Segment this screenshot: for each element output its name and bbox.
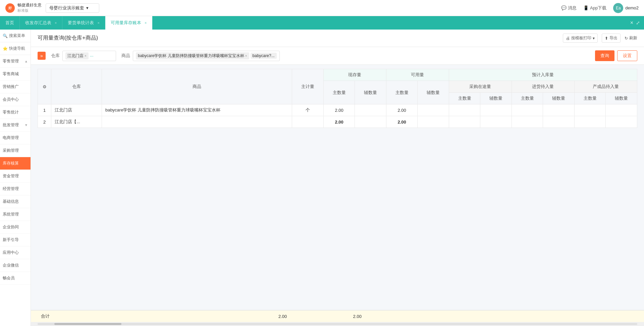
refresh-label: 刷新	[629, 35, 637, 41]
tab-order-stats[interactable]: 要货单统计表 ×	[62, 16, 105, 30]
sidebar-search[interactable]: 🔍 搜索菜单	[0, 30, 31, 42]
th-expected-group: 预计入库量	[449, 69, 637, 81]
warehouse-more-icon[interactable]: ···	[90, 53, 94, 58]
sidebar-item-purchase[interactable]: 采购管理	[0, 144, 31, 157]
th-incoming: 进货待入量	[512, 81, 574, 93]
sidebar-item-retail-stats[interactable]: 零售统计	[0, 106, 31, 119]
cell-row1-incoming-aux	[543, 104, 575, 116]
tab-order-stats-close[interactable]: ×	[97, 21, 99, 25]
logo-icon: 好	[5, 3, 15, 13]
cell-row1-incoming-main	[512, 104, 543, 116]
sidebar-item-enterprise-wechat-label: 企业微信	[3, 263, 19, 268]
page-header: 可用量查询(按仓库+商品) 🖨 按模板打印 ▾ ⬆ 导出 ↻ 刷新	[31, 30, 644, 47]
cell-row2-stock-main: 2.00	[323, 116, 355, 128]
th-purchase-main: 主数量	[449, 93, 480, 104]
user-avatar-area[interactable]: Ea demo2	[613, 3, 639, 13]
sidebar-item-enterprise-wechat[interactable]: 企业微信	[0, 259, 31, 272]
message-action[interactable]: 💬 消息	[561, 5, 577, 11]
cell-row1-avail-main: 2.00	[386, 104, 418, 116]
sidebar-item-marketing[interactable]: 营销推广	[0, 81, 31, 93]
top-bar-left: 好 畅捷通好生意 标准版 母婴行业演示账套 ▾	[5, 3, 99, 13]
tab-receive-pay[interactable]: 收发存汇总表 ×	[20, 16, 62, 30]
refresh-button[interactable]: ↻ 刷新	[625, 35, 637, 41]
cell-row2-stock-aux	[355, 116, 386, 128]
sidebar-item-wholesale-mgmt[interactable]: 批发管理 ▼	[0, 119, 31, 132]
search-icon: 🔍	[3, 34, 8, 38]
product-tag-2-label: babycare?...	[253, 53, 275, 58]
print-icon: 🖨	[566, 36, 570, 41]
th-purchase-aux: 辅数量	[480, 93, 512, 104]
app-icon: 📱	[583, 5, 589, 10]
filter-actions: 查询 设置	[595, 50, 637, 61]
sidebar-item-finance[interactable]: 资金管理	[0, 170, 31, 183]
print-button[interactable]: 🖨 按模板打印 ▾	[563, 34, 598, 43]
sidebar-item-operations[interactable]: 经营管理	[0, 183, 31, 195]
summary-avail-main: 2.00	[339, 314, 376, 319]
sidebar-item-ecommerce[interactable]: 电商管理	[0, 132, 31, 144]
cell-row1-num: 1	[38, 104, 51, 116]
nav-controls: × ⤢	[626, 20, 644, 26]
product-tag-1-close[interactable]: ×	[245, 54, 247, 58]
cell-row2-incoming-main	[512, 116, 543, 128]
cell-row2-num: 2	[38, 116, 51, 128]
export-icon: ⬆	[605, 36, 608, 41]
logo-area: 好 畅捷通好生意 标准版	[5, 3, 42, 13]
expand-window-button[interactable]: ⤢	[636, 20, 640, 26]
th-stock-group: 现存量	[323, 69, 386, 81]
sidebar-item-newbie[interactable]: 新手引导	[0, 234, 31, 246]
sidebar-item-retail-mgmt-label: 零售管理	[3, 58, 19, 64]
th-avail-aux: 辅数量	[418, 81, 449, 104]
sidebar-item-system[interactable]: 系统管理	[0, 208, 31, 221]
tab-home[interactable]: 首页	[0, 16, 20, 30]
scroll-thumb[interactable]	[54, 323, 121, 325]
sidebar-item-retail-mall[interactable]: 零售商城	[0, 68, 31, 81]
sidebar-item-member2[interactable]: 畅会员	[0, 272, 31, 285]
sidebar-item-marketing-label: 营销推广	[3, 84, 19, 90]
th-settings[interactable]: ⚙	[38, 69, 51, 104]
warehouse-tag-close[interactable]: ×	[85, 54, 87, 58]
th-production-main: 主数量	[574, 93, 606, 104]
sidebar: 🔍 搜索菜单 ⭐ 快捷导航 零售管理 ▲ 零售商城 营销推广 会员中心 零售统计…	[0, 30, 31, 326]
sidebar-item-app-center-label: 应用中心	[3, 250, 19, 255]
sidebar-item-wholesale-mgmt-label: 批发管理	[3, 122, 19, 128]
data-table: ⚙ 仓库 商品 主计量 现存量 可用量 预计入库量 主数量 辅数量 主数量 辅数…	[38, 69, 637, 128]
tab-receive-pay-close[interactable]: ×	[55, 21, 57, 25]
close-all-tabs-button[interactable]: ×	[630, 20, 633, 26]
cell-row2-incoming-aux	[543, 116, 575, 128]
sidebar-quick-nav[interactable]: ⭐ 快捷导航	[0, 42, 31, 55]
table-container[interactable]: ⚙ 仓库 商品 主计量 现存量 可用量 预计入库量 主数量 辅数量 主数量 辅数…	[31, 65, 644, 310]
sidebar-item-member[interactable]: 会员中心	[0, 93, 31, 106]
app-download-action[interactable]: 📱 App下载	[583, 5, 606, 11]
sidebar-item-basics[interactable]: 基础信息	[0, 195, 31, 208]
sidebar-item-collab-label: 企业协同	[3, 224, 19, 230]
username: demo2	[625, 5, 639, 10]
warehouse-tag-label: 江北门店	[67, 53, 84, 59]
tab-available-stock[interactable]: 可用量库存账本 ×	[105, 16, 152, 30]
sidebar-item-collab[interactable]: 企业协同	[0, 221, 31, 234]
sidebar-item-system-label: 系统管理	[3, 212, 19, 217]
sidebar-item-retail-mgmt[interactable]: 零售管理 ▲	[0, 55, 31, 68]
sidebar-item-newbie-label: 新手引导	[3, 237, 19, 243]
product-filter-input[interactable]: babycare学饮杯 儿童防摔防撞吸管杯重力球吸嘴杯宝宝水杯 × babyca…	[133, 51, 280, 61]
logo-sub: 标准版	[17, 8, 42, 13]
settings-button[interactable]: 设置	[617, 50, 637, 61]
sidebar-item-member-label: 会员中心	[3, 97, 19, 102]
query-button[interactable]: 查询	[595, 50, 614, 61]
chevron-down-icon: ▼	[24, 123, 28, 127]
sidebar-item-app-center[interactable]: 应用中心	[0, 246, 31, 259]
warehouse-filter-input[interactable]: 江北门店 × ···	[62, 51, 116, 61]
th-unit: 主计量	[292, 69, 324, 104]
sidebar-item-basics-label: 基础信息	[3, 199, 19, 204]
top-bar: 好 畅捷通好生意 标准版 母婴行业演示账套 ▾ 💬 消息 📱 App下载 Ea …	[0, 0, 644, 16]
cell-row2-purchase-aux	[480, 116, 512, 128]
export-button[interactable]: ⬆ 导出	[602, 34, 621, 43]
tab-available-stock-close[interactable]: ×	[145, 21, 147, 25]
sidebar-item-inventory[interactable]: 库存核算	[0, 157, 31, 170]
cell-row1-warehouse: 江北门店	[51, 104, 102, 116]
sidebar-item-member2-label: 畅会员	[3, 275, 15, 281]
org-selector[interactable]: 母婴行业演示账套 ▾	[46, 3, 99, 13]
horizontal-scrollbar[interactable]	[31, 322, 644, 326]
org-name: 母婴行业演示账套	[49, 5, 84, 11]
filter-expand-button[interactable]: »	[38, 52, 46, 60]
top-bar-right: 💬 消息 📱 App下载 Ea demo2	[561, 3, 639, 13]
